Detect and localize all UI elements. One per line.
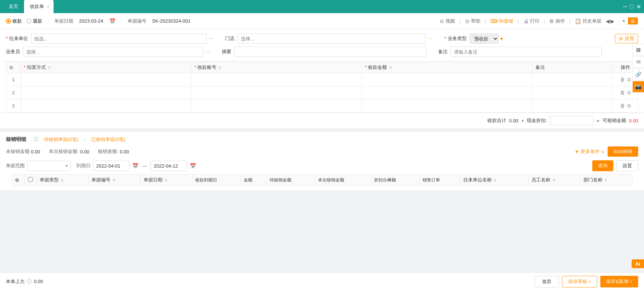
nav-arrows: ◀ ▶ [606, 18, 614, 24]
query-btn[interactable]: 查询 [592, 160, 613, 171]
tab-home[interactable]: 首页 [3, 0, 24, 13]
row-3-settle[interactable] [21, 99, 191, 113]
row-1-delete-icon[interactable]: 🗑 [620, 77, 625, 83]
row-1-note[interactable] [532, 73, 612, 86]
video-btn[interactable]: ⊙ 视频 [440, 18, 455, 24]
row-2-copy-icon[interactable]: ⧉ [627, 90, 631, 96]
row-1-settle[interactable] [21, 73, 191, 86]
save-new-btn[interactable]: 保存&新增 ∧ [600, 276, 638, 287]
sidebar-link-icon[interactable]: 🔗 [632, 68, 644, 80]
row-1-account[interactable] [191, 73, 362, 86]
tab-pending[interactable]: 待核销单据(0笔) [44, 136, 78, 143]
table-header-row: ⚙ * 结算方式 ⇅ * 收款账号 ⇅ * 收款金额 [6, 62, 638, 73]
row-2-settle[interactable] [21, 86, 191, 99]
tab-active[interactable]: 收款单 × [24, 0, 54, 13]
list-view-btn[interactable]: ≡ [619, 17, 628, 24]
store-more-icon[interactable]: ··· [428, 35, 433, 42]
row-1-copy-icon[interactable]: ⧉ [627, 77, 631, 83]
total-plus: + [521, 118, 524, 124]
filter-range-select[interactable] [27, 161, 71, 171]
filter-settings-btn[interactable]: 设置 [616, 160, 638, 171]
stat-current-value: 0.00 [80, 149, 89, 154]
filter-date-start[interactable] [93, 161, 129, 171]
row-3-action: 🗑 ⧉ [613, 99, 638, 113]
tab-close-icon[interactable]: × [47, 4, 49, 9]
save-draft-label: 保存草稿 [568, 278, 587, 285]
row-1-amount[interactable] [362, 73, 532, 86]
settings-label: 设置 [625, 35, 634, 42]
row-1-num: 1 [6, 73, 21, 86]
tab-done[interactable]: 已核销单据(0笔) [91, 136, 125, 143]
business-type-select[interactable]: 预收款 [470, 34, 499, 44]
discount-input[interactable] [550, 116, 594, 125]
filter-date-end[interactable] [150, 161, 187, 171]
more-filter-btn[interactable]: ▼ 更多条件 ∧ [574, 148, 605, 155]
date-start-icon[interactable]: 📅 [132, 163, 138, 169]
calendar-icon[interactable]: 📅 [109, 18, 115, 24]
radio-receive[interactable]: 收款 [6, 18, 22, 24]
print-btn[interactable]: 🖨 打印 [523, 18, 539, 24]
bill-no-value: SK-20230324-001 [152, 18, 191, 24]
save-draft-btn[interactable]: 保存草稿 ∧ [562, 276, 597, 287]
history-icon: 📋 [575, 18, 581, 24]
sort-account-icon: ⇅ [218, 66, 221, 70]
shortcut-btn[interactable]: ⌨ 快捷键 [490, 18, 513, 24]
sort-date-icon: ⇅ [164, 178, 167, 182]
settings-button[interactable]: ⚙ 设置 [615, 34, 638, 43]
total-label-1: 收款合计 [487, 117, 506, 124]
row-3-amount[interactable] [362, 99, 532, 113]
operation-btn[interactable]: ⚙ 操作 [549, 18, 565, 24]
sidebar-camera-icon[interactable]: 📷 [632, 81, 644, 93]
sidebar-mail-icon[interactable]: ✉ [632, 56, 644, 68]
table-gear-icon[interactable]: ⚙ [9, 65, 13, 70]
sort-no-icon: ⇅ [113, 178, 115, 182]
grid-view-btn[interactable]: ⊞ [628, 17, 638, 24]
nav-prev-icon[interactable]: ◀ [606, 18, 610, 24]
print-label: 打印 [530, 18, 539, 24]
counterpart-input[interactable] [31, 34, 207, 44]
sidebar-table-icon[interactable]: ▦ [632, 44, 644, 55]
ai-badge[interactable]: Ai [632, 259, 644, 268]
window-minimize-icon[interactable]: ─ [623, 3, 627, 10]
window-close-icon[interactable]: ✕ [636, 3, 641, 10]
counterpart-more-icon[interactable]: ··· [209, 35, 213, 42]
sort-dept-icon: ⇅ [604, 178, 607, 182]
row-2-note[interactable] [532, 86, 612, 99]
tab-sep: | [84, 137, 85, 142]
divider-2 [121, 17, 122, 25]
auto-writeoff-btn[interactable]: 自动核销 [608, 146, 638, 157]
counterpart-label: * 往来单位 [6, 35, 28, 42]
help-icon: ⊙ [465, 18, 470, 24]
row-2-amount[interactable] [362, 86, 532, 99]
store-input[interactable] [237, 34, 426, 44]
row-3-account[interactable] [191, 99, 362, 113]
radio-refund[interactable]: 退款 [26, 18, 42, 24]
business-type-chevron[interactable]: ▾ [500, 35, 503, 42]
filter-range-field: 单据范围 [6, 161, 71, 171]
date-range-sep: — [142, 163, 147, 169]
date-end-icon[interactable]: 📅 [190, 163, 196, 169]
salesperson-more-icon[interactable]: ··· [205, 48, 210, 55]
history-btn[interactable]: 📋 历史单据 [575, 18, 601, 24]
row-3-note[interactable] [532, 99, 612, 113]
help-btn[interactable]: ⊙ 帮助 [465, 18, 480, 24]
summary-label: 摘要 [222, 48, 231, 55]
bottom-table-gear-icon[interactable]: ⚙ [15, 177, 19, 183]
help-label: 帮助 [471, 18, 480, 24]
note-input[interactable] [451, 47, 602, 57]
row-3-copy-icon[interactable]: ⧉ [627, 103, 631, 109]
select-all-checkbox[interactable] [28, 177, 33, 182]
salesperson-input[interactable] [23, 47, 203, 57]
filter-icon: ▼ [574, 149, 579, 154]
salesperson-label: 业务员 [6, 48, 20, 55]
shortcut-label: 快捷键 [499, 18, 513, 24]
window-maximize-icon[interactable]: □ [630, 3, 633, 10]
summary-input[interactable] [234, 47, 426, 57]
nav-next-icon[interactable]: ▶ [610, 18, 614, 24]
row-2-delete-icon[interactable]: 🗑 [620, 90, 625, 96]
writeoff-info-icon[interactable]: ⓘ [34, 136, 38, 143]
th-amount: * 收款金额 ⇅ [362, 62, 532, 73]
row-3-delete-icon[interactable]: 🗑 [620, 103, 625, 109]
row-2-account[interactable] [191, 86, 362, 99]
abandon-btn[interactable]: 放弃 [534, 276, 559, 287]
